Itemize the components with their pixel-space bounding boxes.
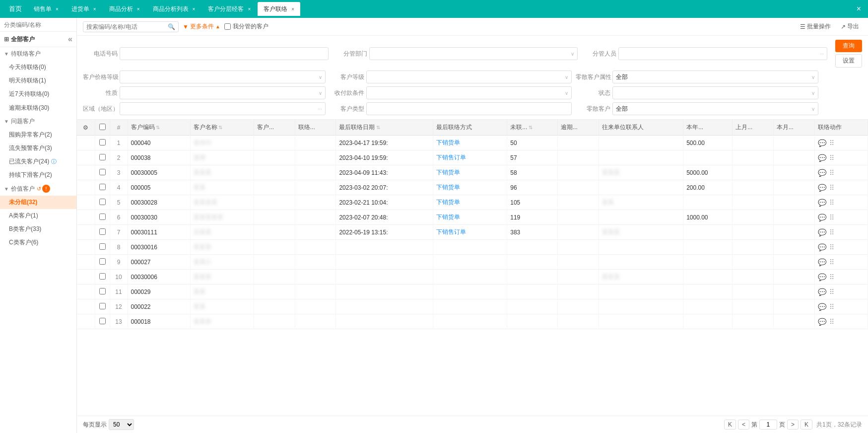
row-checkbox-cell[interactable]: [95, 270, 110, 285]
row-checkbox[interactable]: [99, 228, 106, 235]
row-checkbox[interactable]: [99, 258, 106, 265]
more-action-icon[interactable]: ⠿: [829, 303, 834, 311]
manager-input[interactable]: ···: [618, 47, 827, 60]
contact-method-link[interactable]: 下销货单: [436, 169, 460, 176]
close-customer-contact-tab[interactable]: ×: [291, 6, 294, 12]
sidebar-item-class-a[interactable]: A类客户(1): [0, 209, 76, 222]
message-icon[interactable]: 💬: [818, 169, 826, 177]
nav-tab-home[interactable]: 首页: [4, 4, 27, 13]
sidebar-item-7days[interactable]: 近7天待联络(0): [0, 87, 76, 101]
more-action-icon[interactable]: ⠿: [829, 228, 834, 236]
not-contacted-header[interactable]: 未联...: [507, 120, 558, 136]
payment-input[interactable]: ∨: [366, 86, 572, 99]
price-level-input[interactable]: ∨: [120, 71, 326, 83]
message-icon[interactable]: 💬: [818, 243, 826, 251]
status-input[interactable]: ∨: [612, 86, 818, 99]
contact-method-link[interactable]: 下销售订单: [436, 154, 466, 161]
message-icon[interactable]: 💬: [818, 154, 826, 162]
export-btn[interactable]: ↗ 导出: [838, 21, 862, 32]
sidebar-item-ungrouped[interactable]: 未分组(32): [0, 196, 76, 209]
more-action-icon[interactable]: ⠿: [829, 288, 834, 296]
more-action-icon[interactable]: ⠿: [829, 169, 834, 177]
more-action-icon[interactable]: ⠿: [829, 258, 834, 266]
sidebar-collapse-btn[interactable]: «: [68, 35, 72, 44]
row-checkbox[interactable]: [99, 169, 106, 175]
next-page-btn[interactable]: >: [787, 420, 799, 430]
sidebar-item-today[interactable]: 今天待联络(0): [0, 61, 76, 74]
nav-tab-product-analysis-list[interactable]: 商品分析列表 ×: [147, 2, 201, 16]
window-close-button[interactable]: ×: [854, 4, 864, 13]
select-all-header[interactable]: [95, 120, 110, 136]
more-action-icon[interactable]: ⠿: [829, 184, 834, 192]
query-button[interactable]: 查询: [835, 40, 862, 52]
reset-button[interactable]: 设置: [835, 54, 862, 68]
close-product-analysis-tab[interactable]: ×: [137, 6, 140, 12]
row-checkbox-cell[interactable]: [95, 255, 110, 270]
message-icon[interactable]: 💬: [818, 214, 826, 221]
message-icon[interactable]: 💬: [818, 228, 826, 236]
row-checkbox[interactable]: [99, 139, 106, 145]
more-conditions-btn[interactable]: ▼ 更多条件 ▲: [183, 22, 220, 31]
row-checkbox-cell[interactable]: [95, 299, 110, 314]
retail-customer-input[interactable]: 全部∨: [612, 102, 818, 115]
row-checkbox-cell[interactable]: [95, 180, 110, 195]
select-all-checkbox[interactable]: [99, 124, 106, 130]
row-checkbox-cell[interactable]: [95, 314, 110, 329]
message-icon[interactable]: 💬: [818, 303, 826, 311]
sidebar-group-pending[interactable]: ▼ 待联络客户: [0, 47, 76, 61]
search-icon[interactable]: 🔍: [168, 23, 175, 30]
nav-tab-sales[interactable]: 销售单 ×: [28, 2, 65, 16]
more-action-icon[interactable]: ⠿: [829, 214, 834, 221]
contact-method-link[interactable]: 下销货单: [436, 184, 460, 191]
row-checkbox[interactable]: [99, 303, 106, 309]
row-checkbox-cell[interactable]: [95, 136, 110, 150]
batch-operations-btn[interactable]: ☰ 批量操作: [797, 21, 834, 32]
row-checkbox-cell[interactable]: [95, 150, 110, 165]
all-customers-header[interactable]: ⊞ 全部客户 «: [0, 32, 76, 47]
message-icon[interactable]: 💬: [818, 184, 826, 192]
name-column-header[interactable]: 客户名称: [190, 120, 254, 136]
row-checkbox[interactable]: [99, 243, 106, 250]
row-checkbox[interactable]: [99, 184, 106, 190]
sidebar-group-value[interactable]: ▼ 价值客户 ↺ !: [0, 182, 76, 196]
sidebar-item-abnormal[interactable]: 囤购异常客户(2): [0, 128, 76, 142]
nature-input[interactable]: ∨: [120, 86, 326, 99]
contact-method-link[interactable]: 下销货单: [436, 199, 460, 206]
prev-page-btn[interactable]: <: [738, 420, 749, 430]
region-input[interactable]: ···: [120, 102, 326, 115]
message-icon[interactable]: 💬: [818, 139, 826, 147]
row-checkbox[interactable]: [99, 214, 106, 220]
first-page-btn[interactable]: K: [724, 420, 736, 430]
close-sales-tab[interactable]: ×: [56, 6, 59, 12]
search-input[interactable]: [86, 23, 166, 30]
sidebar-item-churn-warning[interactable]: 流失预警客户(3): [0, 142, 76, 155]
close-purchase-tab[interactable]: ×: [93, 6, 96, 12]
row-checkbox[interactable]: [99, 318, 106, 324]
contact-method-link[interactable]: 下销售订单: [436, 228, 466, 235]
row-checkbox-cell[interactable]: [95, 240, 110, 255]
row-checkbox-cell[interactable]: [95, 225, 110, 240]
row-checkbox-cell[interactable]: [95, 195, 110, 210]
nav-tab-customer-contact[interactable]: 客户联络 ×: [258, 2, 300, 16]
nav-tab-purchase[interactable]: 进货单 ×: [66, 2, 102, 16]
sidebar-item-declining[interactable]: 持续下滑客户(2): [0, 168, 76, 182]
my-customers-filter[interactable]: 我分管的客户: [224, 22, 268, 31]
sidebar-group-problem[interactable]: ▼ 问题客户: [0, 115, 76, 128]
sidebar-item-class-b[interactable]: B类客户(33): [0, 222, 76, 236]
nav-tab-customer-segment[interactable]: 客户分层经客 ×: [202, 2, 257, 16]
close-customer-segment-tab[interactable]: ×: [248, 6, 251, 12]
more-action-icon[interactable]: ⠿: [829, 273, 834, 281]
my-customers-checkbox[interactable]: [224, 23, 231, 30]
row-checkbox-cell[interactable]: [95, 210, 110, 225]
sidebar-item-class-c[interactable]: C类客户(6): [0, 236, 76, 249]
sidebar-item-overdue[interactable]: 逾期未联络(30): [0, 101, 76, 115]
contact-method-link[interactable]: 下销货单: [436, 214, 460, 220]
message-icon[interactable]: 💬: [818, 318, 826, 326]
phone-input[interactable]: [120, 47, 329, 60]
row-checkbox[interactable]: [99, 199, 106, 205]
message-icon[interactable]: 💬: [818, 288, 826, 296]
page-number-input[interactable]: [759, 420, 777, 430]
page-size-dropdown[interactable]: 50 100 200: [109, 419, 134, 430]
more-action-icon[interactable]: ⠿: [829, 139, 834, 147]
last-contact-date-header[interactable]: 最后联络日期: [336, 120, 433, 136]
